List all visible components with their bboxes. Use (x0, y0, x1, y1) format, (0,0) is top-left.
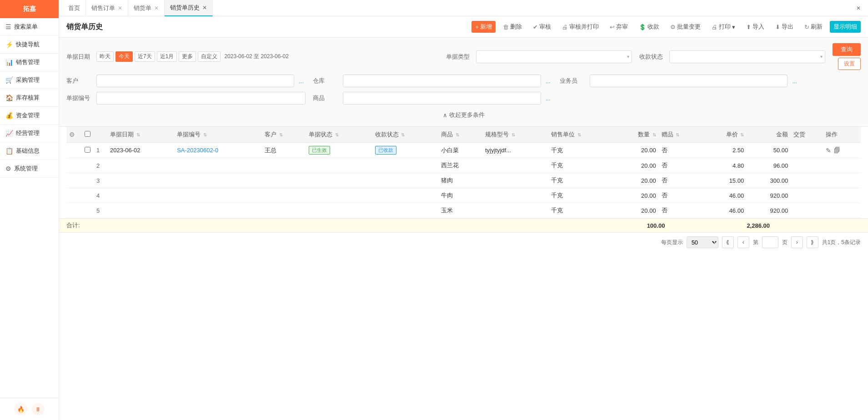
td-spec: tyjyjtyjdf... (482, 143, 549, 158)
edit-icon[interactable]: ✎ (826, 147, 831, 154)
last-page-btn[interactable]: ⟫ (807, 236, 818, 248)
date-btn-today[interactable]: 今天 (115, 51, 133, 62)
date-btn-1month[interactable]: 近1月 (157, 51, 177, 62)
customer-ellipsis[interactable]: ... (297, 78, 306, 85)
collapse-filter-btn[interactable]: ∧ 收起更多条件 (441, 109, 487, 121)
collect-button[interactable]: 💲 收款 (635, 21, 663, 33)
date-btn-7days[interactable]: 近7天 (135, 51, 155, 62)
td-customer (262, 188, 306, 203)
td-gift: 否 (659, 143, 703, 158)
export-icon: ⬇ (775, 24, 780, 30)
goods-ellipsis[interactable]: ... (544, 95, 552, 102)
th-doc-status[interactable]: 单据状态 ⇅ (306, 127, 372, 143)
th-sales-unit[interactable]: 销售单位 ⇅ (548, 127, 615, 143)
import-button[interactable]: ⬆ 导入 (743, 21, 768, 33)
tab-home[interactable]: 首页 (63, 0, 86, 16)
new-button[interactable]: + 新增 (472, 21, 496, 33)
per-page-select[interactable]: 50 100 (687, 236, 718, 248)
th-quantity[interactable]: 数量 ⇅ (615, 127, 659, 143)
th-doc-date[interactable]: 单据日期 ⇅ (107, 127, 174, 143)
tab-sales-history[interactable]: 销货单历史 ✕ (165, 0, 213, 16)
row-checkbox[interactable] (85, 147, 90, 153)
th-customer[interactable]: 客户 ⇅ (262, 127, 306, 143)
customer-input[interactable] (96, 75, 294, 87)
salesperson-ellipsis[interactable]: ... (790, 78, 799, 85)
tab-sales-goods-close[interactable]: ✕ (154, 5, 159, 11)
td-action (823, 158, 861, 173)
doc-no-link[interactable]: SA-20230602-0 (177, 147, 218, 154)
th-collect-status[interactable]: 收款状态 ⇅ (372, 127, 439, 143)
batch-change-button[interactable]: ⚙ 批量变更 (667, 21, 704, 33)
table-footer: 合计: 100.00 2,286.00 (59, 218, 868, 232)
close-all-tabs[interactable]: ✕ (853, 5, 864, 11)
th-spec[interactable]: 规格型号 ⇅ (482, 127, 549, 143)
query-button[interactable]: 查询 (833, 43, 861, 56)
collect-status-select[interactable] (669, 50, 825, 63)
td-customer (262, 203, 306, 218)
doc-no-filter-group: 单据编号 (66, 92, 306, 105)
sidebar-item-label: 资金管理 (16, 111, 40, 120)
abandon-button[interactable]: ↩ 弃审 (606, 21, 632, 33)
review-icon: ✔ (533, 24, 538, 30)
tab-sales-goods[interactable]: 销货单 ✕ (128, 0, 165, 16)
tab-sales-order[interactable]: 销售订单 ✕ (86, 0, 128, 16)
sidebar-item-label: 销售管理 (16, 58, 40, 66)
warehouse-label: 仓库 (313, 77, 340, 85)
print-button[interactable]: 🖨 打印 ▾ (708, 21, 739, 33)
date-btn-yesterday[interactable]: 昨天 (96, 51, 114, 62)
th-unit-price[interactable]: 单价 ⇅ (702, 127, 747, 143)
delete-button[interactable]: 🗑 删除 (499, 21, 526, 33)
sidebar-item-basic-info[interactable]: 📋 基础信息 (0, 142, 59, 160)
th-doc-no[interactable]: 单据编号 ⇅ (174, 127, 262, 143)
show-detail-button[interactable]: 显示明细 (830, 21, 861, 33)
td-doc-no (174, 203, 262, 218)
salesperson-input[interactable] (590, 75, 788, 87)
refresh-button[interactable]: ↻ 刷新 (801, 21, 826, 33)
copy-icon[interactable]: 🗐 (834, 147, 840, 154)
goods-input[interactable] (343, 92, 541, 105)
tab-sales-history-close[interactable]: ✕ (202, 5, 207, 11)
goods-filter-group: 商品 ... (313, 92, 552, 105)
th-settings[interactable]: ⚙ (66, 127, 81, 143)
abandon-label: 弃审 (616, 23, 628, 31)
export-button[interactable]: ⬇ 导出 (772, 21, 797, 33)
next-page-btn[interactable]: › (791, 236, 803, 248)
sidebar-item-ops-mgmt[interactable]: 📈 经营管理 (0, 125, 59, 142)
td-doc-no (174, 188, 262, 203)
sidebar-pause-btn[interactable]: ⏸ (32, 403, 45, 415)
td-amount: 96.00 (747, 158, 791, 173)
set-button[interactable]: 设置 (838, 58, 861, 70)
table-settings-icon[interactable]: ⚙ (69, 131, 75, 138)
review-print-button[interactable]: 🖨 审核并打印 (558, 21, 602, 33)
th-gift[interactable]: 赠品 ⇅ (659, 127, 703, 143)
collect-status-filter-group: 收款状态 ▾ (639, 50, 825, 63)
doc-no-input[interactable] (96, 92, 306, 105)
sidebar-item-label: 经营管理 (16, 129, 40, 137)
warehouse-input[interactable] (343, 75, 541, 87)
th-goods[interactable]: 商品 ⇅ (438, 127, 482, 143)
export-label: 导出 (782, 23, 793, 31)
sidebar-item-finance-mgmt[interactable]: 💰 资金管理 (0, 107, 59, 125)
sidebar-fire-btn[interactable]: 🔥 (15, 403, 27, 415)
tab-sales-order-close[interactable]: ✕ (118, 5, 122, 11)
date-btn-more[interactable]: 更多 (179, 51, 196, 62)
th-action: 操作 (823, 127, 861, 143)
date-btn-custom[interactable]: 自定义 (198, 51, 221, 62)
first-page-btn[interactable]: ⟪ (722, 236, 734, 248)
table-row: 4 牛肉 千克 20.00 否 46.00 920.00 (66, 188, 861, 203)
td-spec (482, 188, 549, 203)
date-filter-group: 单据日期 昨天 今天 近7天 近1月 更多 自定义 2023-06-02 至 2… (66, 51, 439, 62)
sidebar-item-search-menu[interactable]: ☰ 搜索菜单 (0, 18, 59, 36)
sidebar-item-inventory-calc[interactable]: 🏠 库存核算 (0, 89, 59, 107)
sidebar-item-sys-mgmt[interactable]: ⚙ 系统管理 (0, 160, 59, 178)
select-all-checkbox[interactable] (85, 131, 90, 137)
sidebar-item-quick-nav[interactable]: ⚡ 快捷导航 (0, 36, 59, 54)
prev-page-btn[interactable]: ‹ (738, 236, 749, 248)
page-number-input[interactable]: 1 (762, 236, 778, 248)
td-doc-date (107, 173, 174, 188)
warehouse-ellipsis[interactable]: ... (544, 78, 552, 85)
sidebar-item-purchase-mgmt[interactable]: 🛒 采购管理 (0, 71, 59, 89)
review-button[interactable]: ✔ 审核 (529, 21, 555, 33)
doc-type-select[interactable] (476, 50, 632, 63)
sidebar-item-sales-mgmt[interactable]: 📊 销售管理 (0, 54, 59, 71)
